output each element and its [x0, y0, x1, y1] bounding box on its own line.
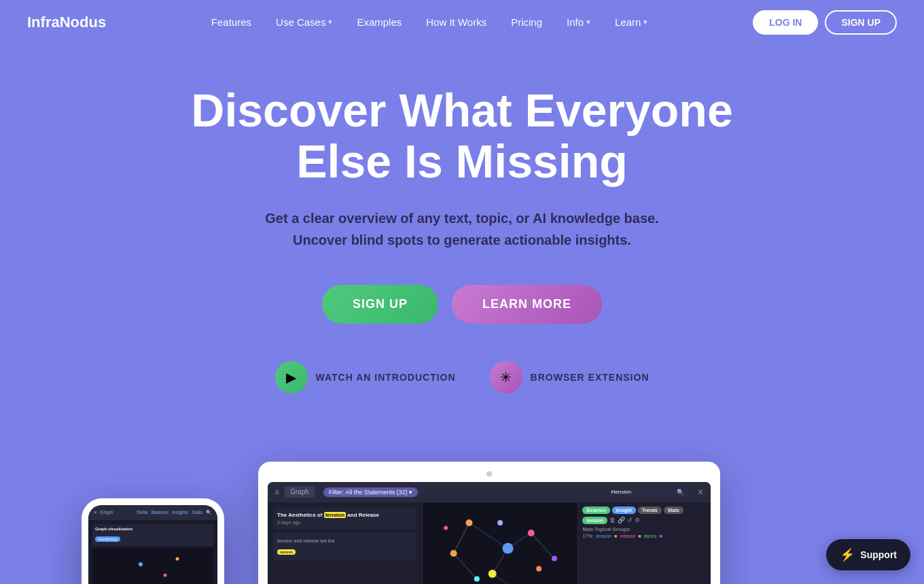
phone-toolbar: ≡ Graph Delta Balance Insights Stats 🔍	[88, 505, 217, 520]
phone-screen: ≡ Graph Delta Balance Insights Stats 🔍 G…	[88, 505, 217, 584]
svg-point-15	[444, 526, 448, 530]
svg-point-16	[536, 566, 541, 571]
svg-line-4	[531, 533, 554, 559]
tablet-camera	[486, 471, 492, 477]
svg-point-13	[450, 550, 457, 557]
browser-extension-label: BROWSER EXTENSION	[531, 372, 650, 383]
play-icon: ▶	[275, 361, 308, 394]
svg-point-7	[466, 519, 473, 526]
trends-tag[interactable]: Trends	[638, 506, 662, 514]
svg-point-10	[488, 570, 497, 578]
chevron-down-icon: ▾	[643, 18, 647, 27]
screen-panel: Essence Insight Trends Stats tension 🗑 🔗…	[578, 502, 711, 584]
insight-tag[interactable]: Insight	[612, 506, 636, 514]
nav-use-cases[interactable]: Use Cases ▾	[266, 11, 342, 33]
article-card-1: The Aesthetics of tension and Release 9 …	[273, 508, 416, 529]
nav-pricing[interactable]: Pricing	[501, 11, 552, 33]
svg-line-5	[454, 523, 469, 553]
nav-examples[interactable]: Examples	[347, 11, 411, 33]
signup-button[interactable]: SIGN UP	[825, 10, 897, 35]
settings-icon[interactable]: ⚙	[635, 517, 640, 524]
hero-secondary-actions: ▶ WATCH AN INTRODUCTION ✳ BROWSER EXTENS…	[275, 361, 650, 394]
graph-tab: Graph	[285, 486, 315, 498]
hero-title: Discover What Everyone Else Is Missing	[156, 85, 768, 187]
svg-point-12	[552, 555, 557, 561]
svg-point-14	[474, 576, 480, 581]
phone-mockup: ≡ Graph Delta Balance Insights Stats 🔍 G…	[82, 498, 224, 584]
screen-content: The Aesthetics of tension and Release 9 …	[268, 502, 711, 584]
panel-action-tags: Essence Insight Trends Stats	[582, 506, 707, 514]
screen-sidebar: The Aesthetics of tension and Release 9 …	[268, 502, 423, 584]
phone-card: Graph visualization neurobiology	[92, 524, 213, 546]
watch-intro-link[interactable]: ▶ WATCH AN INTRODUCTION	[275, 361, 456, 394]
chevron-down-icon: ▾	[586, 18, 590, 27]
essence-tag[interactable]: Essence	[582, 506, 609, 514]
svg-point-17	[497, 520, 503, 526]
hero-signup-button[interactable]: SIGN UP	[322, 285, 438, 324]
svg-line-6	[454, 553, 477, 579]
close-icon: ✕	[697, 487, 704, 497]
nav-how-it-works[interactable]: How It Works	[416, 11, 496, 33]
tag-action-row: tension 🗑 🔗 ↺ ⚙	[582, 517, 707, 524]
nav-features[interactable]: Features	[202, 11, 261, 33]
support-icon: ⚡	[840, 547, 855, 562]
active-tension-tag[interactable]: tension	[582, 517, 607, 524]
login-button[interactable]: LOG IN	[753, 10, 818, 35]
article-card-2: tension and release are the tension	[273, 532, 416, 560]
delete-icon[interactable]: 🗑	[609, 517, 616, 524]
graph-svg	[423, 502, 578, 584]
chevron-down-icon: ▾	[328, 18, 332, 27]
phone-graph	[92, 548, 213, 584]
panel-stat-row-1: 17%: tension ■ release ■ dance ■	[582, 534, 707, 538]
stats-tag[interactable]: Stats	[664, 506, 683, 514]
navbar: InfraNodus Features Use Cases ▾ Examples…	[0, 0, 924, 44]
screenshot-area: ≡ Graph Delta Balance Insights Stats 🔍 G…	[0, 462, 924, 584]
hero-learn-button[interactable]: LEARN MORE	[452, 285, 602, 324]
graph-canvas	[423, 502, 578, 584]
hero-subtitle: Get a clear overview of any text, topic,…	[265, 207, 658, 251]
refresh-icon[interactable]: ↺	[627, 517, 633, 524]
hero-section: Discover What Everyone Else Is Missing G…	[0, 44, 924, 462]
nav-links: Features Use Cases ▾ Examples How It Wor…	[202, 11, 658, 33]
browser-extension-link[interactable]: ✳ BROWSER EXTENSION	[490, 361, 650, 394]
watch-intro-label: WATCH AN INTRODUCTION	[316, 372, 456, 383]
hamburger-icon: ≡	[274, 487, 279, 497]
extension-icon: ✳	[490, 361, 522, 394]
panel-section-title: Main Topical Groups:	[582, 527, 707, 532]
svg-point-9	[528, 530, 535, 536]
nav-actions: LOG IN SIGN UP	[753, 10, 897, 35]
support-button[interactable]: ⚡ Support	[826, 539, 910, 570]
svg-point-8	[503, 543, 514, 553]
tablet-mockup: ≡ Graph Filter: All the Statements (32) …	[258, 462, 720, 584]
search-bar[interactable]: #tension 🔍	[607, 487, 688, 498]
tablet-screen: ≡ Graph Filter: All the Statements (32) …	[268, 482, 711, 584]
screen-toolbar: ≡ Graph Filter: All the Statements (32) …	[268, 482, 711, 502]
nav-info[interactable]: Info ▾	[557, 11, 600, 33]
filter-label[interactable]: Filter: All the Statements (32) ▾	[323, 487, 419, 497]
nav-learn[interactable]: Learn ▾	[605, 11, 657, 33]
svg-line-0	[469, 523, 508, 549]
brand-logo[interactable]: InfraNodus	[27, 14, 106, 31]
hero-buttons: SIGN UP LEARN MORE	[322, 285, 602, 324]
search-icon: 🔍	[677, 489, 684, 496]
phone-content: Graph visualization neurobiology neurobi…	[88, 520, 217, 584]
link-icon[interactable]: 🔗	[618, 517, 625, 524]
